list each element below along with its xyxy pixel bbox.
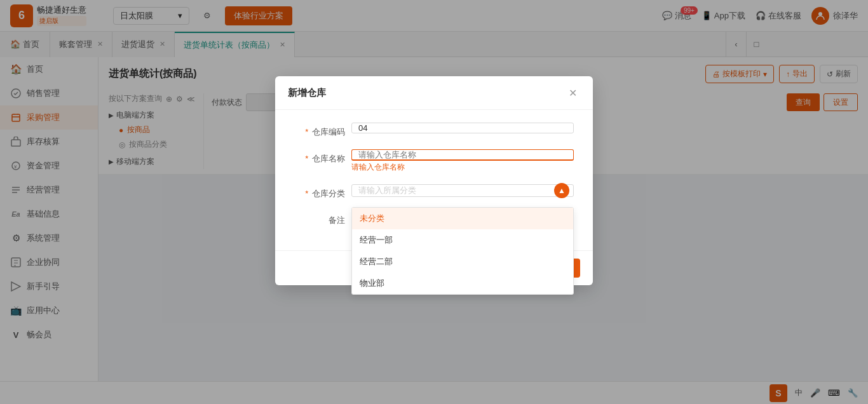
form-row-name: * 仓库名称 请输入仓库名称 [294,149,574,173]
code-label: * 仓库编码 [294,123,345,138]
name-label: * 仓库名称 [294,149,345,165]
dropdown-item-unclassified[interactable]: 未分类 [352,208,573,229]
modal-overlay: 新增仓库 ✕ * 仓库编码 * 仓库名称 [0,0,868,404]
category-input-wrap: 请输入所属分类 ▲ 未分类 经营一部 经营二部 [351,184,574,197]
notes-label: 备注 [294,211,345,226]
name-error-tip: 请输入仓库名称 [351,162,574,173]
name-input-wrap: 请输入仓库名称 [351,149,574,173]
code-input-wrap [351,123,574,133]
form-row-category: * 仓库分类 请输入所属分类 ▲ 未分类 经营一部 [294,184,574,199]
name-input[interactable] [351,149,574,161]
code-input[interactable] [351,123,574,133]
dropdown-item-dept3[interactable]: 物业部 [352,273,573,294]
category-placeholder: 请输入所属分类 [358,185,416,196]
modal-close-button[interactable]: ✕ [565,85,580,100]
modal-header: 新增仓库 ✕ [275,76,593,110]
category-label: * 仓库分类 [294,184,345,199]
category-dropdown-list: 未分类 经营一部 经营二部 物业部 [351,207,574,295]
form-row-code: * 仓库编码 [294,123,574,138]
category-dropdown[interactable]: 请输入所属分类 ▲ [351,184,574,197]
modal-title: 新增仓库 [288,87,326,99]
dropdown-item-dept1[interactable]: 经营一部 [352,229,573,251]
modal-new-warehouse: 新增仓库 ✕ * 仓库编码 * 仓库名称 [275,76,593,285]
dropdown-arrow-icon: ▲ [554,183,569,198]
modal-body: * 仓库编码 * 仓库名称 请输入仓库名称 [275,110,593,250]
dropdown-item-dept2[interactable]: 经营二部 [352,251,573,273]
